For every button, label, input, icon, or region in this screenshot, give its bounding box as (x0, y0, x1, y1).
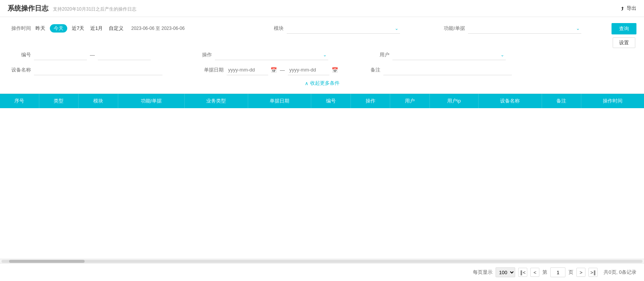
code-label: 编号 (8, 51, 34, 58)
scroll-thumb[interactable] (9, 260, 85, 263)
table-col-业务类型: 业务类型 (185, 94, 248, 108)
table-header: 序号类型模块功能/单据业务类型单据日期编号操作用户用户ip设备名称备注操作时间 (0, 94, 644, 108)
time-options: 昨天 今天 近7天 近1月 自定义 (34, 24, 125, 33)
main-content: 序号类型模块功能/单据业务类型单据日期编号操作用户用户ip设备名称备注操作时间 (0, 94, 644, 259)
operation-label: 操作 (188, 51, 215, 58)
table-col-设备名称: 设备名称 (478, 94, 542, 108)
page-text-after: 页 (568, 269, 573, 276)
table-col-操作: 操作 (351, 94, 390, 108)
last-page-btn[interactable]: >‖ (588, 268, 598, 277)
filter-area: 操作时间 昨天 今天 近7天 近1月 自定义 2023-06-06 至 2023… (0, 17, 644, 94)
time-label: 操作时间 (8, 25, 34, 32)
user-input[interactable] (392, 50, 506, 60)
code-dash: — (87, 52, 98, 58)
date-to-wrapper: 📅 (288, 65, 338, 75)
table-col-功能/单据: 功能/单据 (118, 94, 184, 108)
code-from-input[interactable] (34, 50, 87, 60)
last1month-btn[interactable]: 近1月 (89, 24, 104, 33)
module-dropdown[interactable]: ⌄ (287, 23, 400, 34)
per-page-select[interactable]: 102050100200 (496, 267, 515, 277)
pagination-bar: 每页显示 102050100200 ‖< < 第 页 > >‖ 共0页, 0条记… (0, 263, 644, 281)
table-col-备注: 备注 (542, 94, 581, 108)
table-col-用户ip: 用户ip (429, 94, 478, 108)
table-col-模块: 模块 (79, 94, 118, 108)
collapse-bar: ∧ 收起更多条件 (8, 78, 636, 90)
last7days-btn[interactable]: 近7天 (70, 24, 86, 33)
collapse-label: 收起更多条件 (310, 80, 340, 87)
page-wrapper: 系统操作日志 支持2020年10月31日之后产生的操作日志 ⮭ 导出 操作时间 … (0, 0, 644, 281)
page-title: 系统操作日志 (8, 4, 48, 13)
date-from-input[interactable] (227, 65, 268, 75)
scroll-bar-area[interactable] (0, 259, 644, 263)
filter-actions: 查询 设置 (612, 23, 636, 48)
export-label: 导出 (627, 5, 636, 12)
function-label: 功能/单据 (438, 25, 468, 32)
page-subtitle: 支持2020年10月31日之后产生的操作日志 (53, 6, 136, 12)
table-col-类型: 类型 (39, 94, 78, 108)
page-number-input[interactable] (550, 267, 565, 277)
page-text-before: 第 (542, 269, 547, 276)
time-range-display: 2023-06-06 至 2023-06-06 (131, 25, 184, 32)
date-from-wrapper: 📅 (227, 65, 277, 75)
table-col-序号: 序号 (0, 94, 39, 108)
table-col-操作时间: 操作时间 (581, 94, 644, 108)
custom-btn[interactable]: 自定义 (107, 24, 125, 33)
today-btn[interactable]: 今天 (50, 24, 67, 33)
date-to-input[interactable] (288, 65, 329, 75)
export-icon: ⮭ (620, 6, 625, 11)
table-col-用户: 用户 (390, 94, 429, 108)
date-dash: — (277, 67, 288, 73)
prev-page-btn[interactable]: < (530, 268, 539, 277)
remark-input[interactable] (383, 65, 512, 75)
empty-area (0, 108, 644, 244)
query-button[interactable]: 查询 (612, 23, 636, 34)
voucher-date-label: 单据日期 (200, 67, 227, 73)
calendar-to-icon[interactable]: 📅 (332, 67, 338, 73)
export-button[interactable]: ⮭ 导出 (620, 5, 636, 12)
device-label: 设备名称 (8, 67, 34, 73)
page-header: 系统操作日志 支持2020年10月31日之后产生的操作日志 ⮭ 导出 (0, 0, 644, 17)
table-col-单据日期: 单据日期 (248, 94, 311, 108)
per-page-label: 每页显示 (473, 269, 493, 276)
settings-button[interactable]: 设置 (613, 37, 635, 48)
next-page-btn[interactable]: > (576, 268, 585, 277)
operation-input[interactable] (215, 50, 328, 60)
module-label: 模块 (260, 25, 287, 32)
collapse-up-icon: ∧ (305, 81, 309, 86)
table-header-row: 序号类型模块功能/单据业务类型单据日期编号操作用户用户ip设备名称备注操作时间 (0, 94, 644, 108)
table-col-编号: 编号 (311, 94, 351, 108)
total-text: 共0页, 0条记录 (604, 269, 636, 276)
user-label: 用户 (366, 51, 392, 58)
yesterday-btn[interactable]: 昨天 (34, 24, 47, 33)
first-page-btn[interactable]: ‖< (518, 268, 527, 277)
remark-label: 备注 (368, 67, 383, 73)
data-table: 序号类型模块功能/单据业务类型单据日期编号操作用户用户ip设备名称备注操作时间 (0, 94, 644, 108)
calendar-from-icon[interactable]: 📅 (270, 67, 277, 73)
user-dropdown[interactable]: ⌄ (392, 50, 506, 60)
device-input[interactable] (34, 65, 162, 75)
function-input[interactable] (468, 23, 581, 34)
function-dropdown[interactable]: ⌄ (468, 23, 581, 34)
collapse-button[interactable]: ∧ 收起更多条件 (305, 80, 340, 87)
header-left: 系统操作日志 支持2020年10月31日之后产生的操作日志 (8, 4, 136, 13)
module-input[interactable] (287, 23, 400, 34)
scroll-track[interactable] (2, 260, 642, 263)
operation-dropdown[interactable]: ⌄ (215, 50, 328, 60)
code-to-input[interactable] (98, 50, 151, 60)
